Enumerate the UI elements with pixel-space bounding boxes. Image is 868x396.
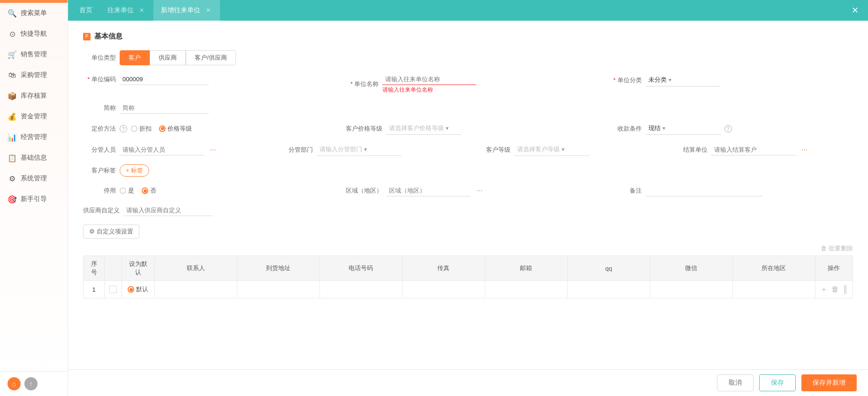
qq-input[interactable] (572, 284, 645, 295)
td-default: 默认 (122, 281, 155, 298)
tab-new-partner[interactable]: 新增往来单位 ✕ (153, 0, 220, 21)
payment-terms-select[interactable]: 现结 ▾ (646, 122, 721, 135)
contact-table: 序号 设为默认 联系人 到货地址 电话号码 传真 邮箱 qq 微信 所在地区 操… (83, 256, 853, 298)
td-contact[interactable] (154, 281, 237, 298)
td-region[interactable] (732, 281, 815, 298)
region-more-btn[interactable]: ··· (474, 186, 484, 195)
payment-terms-field: 收款条件 现结 ▾ ? (609, 122, 853, 135)
td-wechat[interactable] (650, 281, 732, 298)
custom-setting-button[interactable]: ⚙ 自定义项设置 (83, 225, 139, 239)
fax-input[interactable] (407, 284, 480, 295)
sidebar-item-purchase[interactable]: 🛍 采购管理 (0, 65, 68, 85)
save-button[interactable]: 保存 (759, 374, 796, 391)
department-select[interactable]: 请输入分管部门 ▾ (317, 143, 401, 156)
unit-code-input[interactable] (120, 74, 209, 85)
td-email[interactable] (485, 281, 567, 298)
row-region-input[interactable] (738, 284, 810, 295)
sidebar-btn-2[interactable]: ↑ (24, 377, 38, 390)
email-input[interactable] (490, 284, 563, 295)
shortname-input[interactable] (120, 102, 209, 114)
sidebar-item-basic[interactable]: 📋 基础信息 (0, 148, 68, 168)
unit-category-select[interactable]: 未分类 ▾ (646, 74, 721, 86)
row-delete-icon[interactable]: 🗑 (831, 285, 839, 294)
th-wechat: 微信 (650, 256, 732, 281)
sidebar-btn-1[interactable]: ⌂ (8, 377, 21, 390)
sidebar-item-operations[interactable]: 📊 经营管理 (0, 127, 68, 148)
batch-delete-btn[interactable]: 🗑 批量删除 (821, 245, 853, 252)
sidebar-item-quicknav[interactable]: ⊙ 快捷导航 (0, 23, 68, 44)
tab-partner[interactable]: 往来单位 ✕ (100, 0, 153, 21)
pricing-help-icon[interactable]: ? (120, 125, 127, 132)
tab-home[interactable]: 首页 (72, 0, 100, 21)
unit-btn-both[interactable]: 客户/供应商 (186, 50, 236, 65)
phone-input[interactable] (325, 284, 397, 295)
save-new-button[interactable]: 保存并新增 (801, 374, 857, 391)
default-label: 默认 (136, 285, 148, 294)
th-action: 操作 (815, 256, 853, 281)
td-address[interactable] (237, 281, 320, 298)
row-supervisor: 分管人员 ··· 分管部门 请输入分管部门 ▾ 客户等级 请选择客户等级 ▾ 结… (83, 143, 853, 156)
th-checkbox (105, 256, 122, 281)
supervisor-field: 分管人员 ··· (83, 144, 261, 155)
basic-icon: 📋 (8, 153, 17, 163)
radio-disabled-yes[interactable]: 是 (120, 186, 134, 195)
customer-price-level-select[interactable]: 请选择客户价格等级 ▾ (386, 122, 461, 135)
inventory-icon: 📦 (8, 91, 17, 101)
row-add-icon[interactable]: ＋ (820, 285, 828, 295)
sidebar-item-label: 系统管理 (21, 174, 47, 183)
tabbar-close-all[interactable]: ✕ (846, 5, 864, 16)
supplier-custom-input[interactable] (123, 205, 213, 216)
add-tag-button[interactable]: + 标签 (120, 164, 149, 177)
unit-btn-supplier[interactable]: 供应商 (150, 50, 186, 65)
cancel-button[interactable]: 取消 (717, 374, 754, 391)
payment-terms-label: 收款条件 (609, 124, 642, 133)
sidebar-item-label: 经营管理 (21, 133, 47, 141)
contact-input[interactable] (160, 284, 232, 295)
radio-disabled-no[interactable]: 否 (142, 186, 156, 195)
tab-partner-label: 往来单位 (107, 6, 134, 15)
settlement-unit-input[interactable] (711, 144, 796, 155)
remark-input[interactable] (646, 185, 763, 196)
supervisor-input[interactable] (120, 144, 204, 155)
row-code-name-cat: 单位编码 单位名称 请输入往来单位名称 单位分类 未分类 ▾ (83, 74, 853, 94)
tabbar: 首页 往来单位 ✕ 新增往来单位 ✕ ✕ (68, 0, 868, 21)
row-default-radio[interactable]: 默认 (127, 285, 150, 294)
sidebar-item-search[interactable]: 🔍 搜索菜单 (0, 3, 68, 23)
sidebar-item-system[interactable]: ⚙ 系统管理 (0, 168, 68, 189)
shortname-field: 简称 (83, 102, 853, 114)
td-phone[interactable] (320, 281, 402, 298)
unit-name-input[interactable] (382, 74, 476, 85)
td-fax[interactable] (402, 281, 485, 298)
customer-level-select[interactable]: 请选择客户等级 ▾ (514, 143, 589, 156)
region-input[interactable] (386, 185, 471, 196)
radio-price-level[interactable]: 价格等级 (159, 124, 192, 133)
address-input[interactable] (242, 284, 315, 295)
sidebar-item-inventory[interactable]: 📦 库存核算 (0, 85, 68, 106)
unit-category-chevron: ▾ (669, 77, 671, 83)
td-qq[interactable] (567, 281, 650, 298)
radio-discount[interactable]: 折扣 (131, 124, 152, 133)
supervisor-label: 分管人员 (83, 146, 116, 154)
unit-type-group: 客户 供应商 客户/供应商 (120, 50, 236, 65)
sidebar-item-finance[interactable]: 💰 资金管理 (0, 106, 68, 127)
tab-new-partner-close[interactable]: ✕ (204, 6, 213, 15)
radio-discount-circle (131, 125, 137, 132)
payment-terms-help-icon[interactable]: ? (724, 125, 732, 132)
th-qq: qq (567, 256, 650, 281)
unit-btn-customer[interactable]: 客户 (120, 50, 150, 65)
customer-price-level-label: 客户价格等级 (346, 124, 382, 133)
settlement-unit-more-btn[interactable]: ··· (799, 146, 809, 154)
sidebar-item-guide[interactable]: 🎯 新手引导 (0, 189, 68, 210)
unit-category-field: 单位分类 未分类 ▾ (609, 74, 853, 86)
row-scroll-icon: ║ (843, 285, 848, 294)
supervisor-more-btn[interactable]: ··· (208, 146, 218, 154)
radio-no-circle (142, 187, 148, 194)
td-action: ＋ 🗑 ║ (815, 281, 853, 298)
unit-category-value: 未分类 (648, 76, 667, 84)
tab-partner-close[interactable]: ✕ (137, 6, 146, 15)
wechat-input[interactable] (655, 284, 728, 295)
batch-delete-area: 🗑 批量删除 (83, 244, 853, 253)
sidebar-item-label: 资金管理 (21, 112, 47, 121)
sidebar-item-sales[interactable]: 🛒 销售管理 (0, 44, 68, 65)
row-checkbox[interactable] (109, 286, 117, 293)
